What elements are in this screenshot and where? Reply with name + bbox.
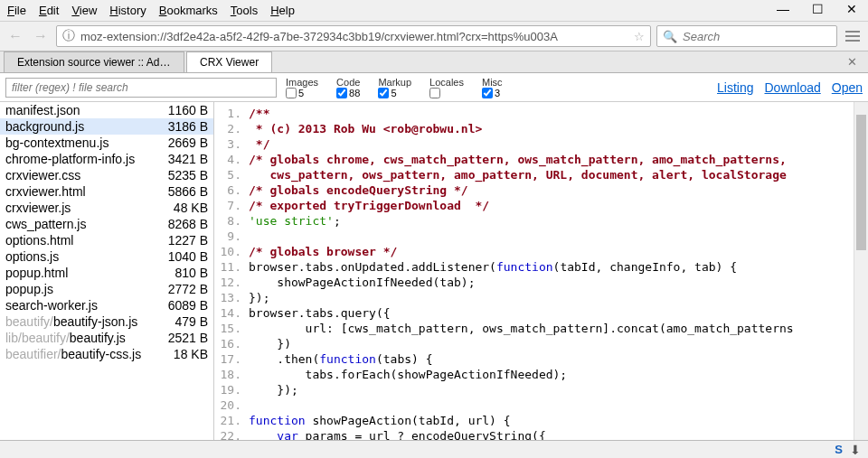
bookmark-star-icon[interactable]: ☆ <box>634 30 645 43</box>
file-row[interactable]: lib/beautify/beautify.js2521 B <box>0 330 213 346</box>
url-text: moz-extension://3df2e42a-a5f2-42f9-a7be-… <box>80 30 628 43</box>
file-row[interactable]: bg-contextmenu.js2669 B <box>0 135 213 151</box>
statusbar: S ⬇ <box>0 440 868 458</box>
window-controls: — ☐ ✕ <box>774 2 861 16</box>
code-line: 10./* globals browser */ <box>214 244 854 259</box>
code-line: 2. * (c) 2013 Rob Wu <rob@robwu.nl> <box>214 121 854 136</box>
menu-button[interactable] <box>843 26 863 46</box>
link-open[interactable]: Open <box>832 80 863 95</box>
filter-images[interactable]: Images5 <box>286 77 318 98</box>
file-list[interactable]: manifest.json1160 Bbackground.js3186 Bbg… <box>0 102 214 453</box>
toolbar: Images5Code88Markup5LocalesMisc3 Listing… <box>0 73 868 102</box>
code-line: 13.}); <box>214 290 854 305</box>
menu-file[interactable]: File <box>7 4 26 17</box>
info-icon: ⓘ <box>62 28 75 44</box>
file-row[interactable]: cws_pattern.js8268 B <box>0 216 213 232</box>
filter-input[interactable] <box>5 78 277 98</box>
code-line: 8.'use strict'; <box>214 213 854 229</box>
file-row[interactable]: beautify/beautify-json.js479 B <box>0 313 213 330</box>
code-line: 17. .then(function(tabs) { <box>214 351 854 367</box>
code-line: 19. }); <box>214 382 854 397</box>
file-row[interactable]: crxviewer.html5866 B <box>0 183 213 200</box>
link-listing[interactable]: Listing <box>717 80 753 95</box>
menu-tools[interactable]: Tools <box>231 4 258 17</box>
search-input[interactable] <box>683 30 835 43</box>
code-line: 16. }) <box>214 336 854 351</box>
menu-bookmarks[interactable]: Bookmarks <box>159 4 218 17</box>
code-line: 18. tabs.forEach(showPageActionIfNeeded)… <box>214 367 854 382</box>
filter-markup[interactable]: Markup5 <box>378 77 411 98</box>
code-line: 21.function showPageAction(tabId, url) { <box>214 413 854 428</box>
tab[interactable]: Extension source viewer :: Add-ons... <box>4 51 184 72</box>
file-row[interactable]: crxviewer.css5235 B <box>0 167 213 183</box>
link-download[interactable]: Download <box>764 80 820 95</box>
file-row[interactable]: beautifier/beautify-css.js18 KB <box>0 346 213 362</box>
filter-misc[interactable]: Misc3 <box>482 77 503 98</box>
file-row[interactable]: options.html1227 B <box>0 232 213 248</box>
close-button[interactable]: ✕ <box>843 2 861 16</box>
filter-locales[interactable]: Locales <box>429 77 464 98</box>
code-area: 1./**2. * (c) 2013 Rob Wu <rob@robwu.nl>… <box>214 102 868 453</box>
code-scroll[interactable]: 1./**2. * (c) 2013 Rob Wu <rob@robwu.nl>… <box>214 102 854 453</box>
code-line: 11.browser.tabs.onUpdated.addListener(fu… <box>214 259 854 275</box>
code-line: 15. url: [cws_match_pattern, ows_match_p… <box>214 321 854 336</box>
maximize-button[interactable]: ☐ <box>808 2 826 16</box>
code-line: 5. cws_pattern, ows_pattern, amo_pattern… <box>214 167 854 182</box>
file-row[interactable]: chrome-platform-info.js3421 B <box>0 151 213 167</box>
menubar: FileEditViewHistoryBookmarksToolsHelp <box>0 0 868 22</box>
menu-edit[interactable]: Edit <box>39 4 59 17</box>
code-line: 3. */ <box>214 136 854 152</box>
code-line: 14.browser.tabs.query({ <box>214 305 854 321</box>
file-row[interactable]: popup.html810 B <box>0 265 213 281</box>
tab[interactable]: CRX Viewer <box>186 51 272 72</box>
tabstrip: Extension source viewer :: Add-ons...CRX… <box>0 51 868 73</box>
back-button[interactable]: ← <box>5 26 25 46</box>
minimize-button[interactable]: — <box>774 2 792 16</box>
code-line: 4./* globals chrome, cws_match_pattern, … <box>214 152 854 167</box>
menu-view[interactable]: View <box>71 4 97 17</box>
vertical-scrollbar[interactable] <box>854 102 868 453</box>
filter-code[interactable]: Code88 <box>336 77 360 98</box>
file-row[interactable]: crxviewer.js48 KB <box>0 200 213 216</box>
menu-help[interactable]: Help <box>270 4 295 17</box>
code-line: 6./* globals encodeQueryString */ <box>214 182 854 198</box>
menu-history[interactable]: History <box>109 4 146 17</box>
searchbar[interactable]: 🔍 <box>656 25 837 47</box>
code-line: 12. showPageActionIfNeeded(tab); <box>214 275 854 290</box>
file-row[interactable]: popup.js2772 B <box>0 281 213 297</box>
file-row[interactable]: search-worker.js6089 B <box>0 297 213 313</box>
code-line: 9. <box>214 229 854 244</box>
search-icon: 🔍 <box>663 30 677 43</box>
status-icon[interactable]: S <box>835 443 843 456</box>
download-icon[interactable]: ⬇ <box>850 443 861 457</box>
code-line: 1./** <box>214 106 854 121</box>
file-row[interactable]: manifest.json1160 B <box>0 102 213 118</box>
file-row[interactable]: background.js3186 B <box>0 118 213 135</box>
content: manifest.json1160 Bbackground.js3186 Bbg… <box>0 102 868 453</box>
urlbar[interactable]: ⓘ moz-extension://3df2e42a-a5f2-42f9-a7b… <box>56 25 651 47</box>
action-links: ListingDownloadOpen <box>717 80 863 95</box>
navbar: ← → ⓘ moz-extension://3df2e42a-a5f2-42f9… <box>0 22 868 51</box>
forward-button[interactable]: → <box>31 26 51 46</box>
filter-checkboxes: Images5Code88Markup5LocalesMisc3 <box>286 77 503 98</box>
tab-close[interactable]: ✕ <box>840 55 864 69</box>
code-line: 7./* exported tryTriggerDownload */ <box>214 198 854 213</box>
file-row[interactable]: options.js1040 B <box>0 248 213 265</box>
code-line: 20. <box>214 397 854 413</box>
